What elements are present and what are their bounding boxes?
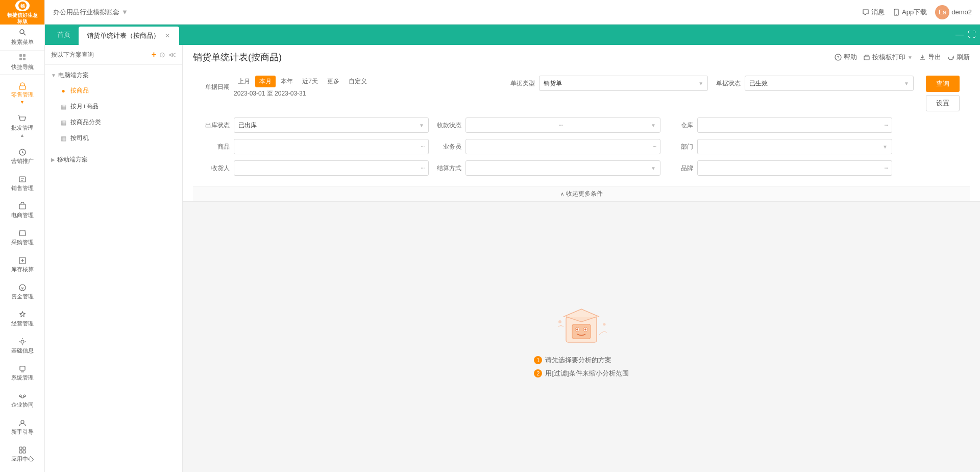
filter-doc-status: 单据状态 已生效 ▼ — [714, 76, 914, 91]
stock-status-label: 出库状态 — [203, 121, 230, 130]
tip-num-1: 1 — [534, 356, 542, 364]
query-button[interactable]: 查询 — [926, 76, 960, 92]
app-subtitle-label: 标版 — [17, 18, 28, 25]
sidebar-cooperation-label: 企业协同 — [11, 401, 34, 409]
sidebar-operation-label: 经营管理 — [11, 320, 34, 327]
date-tab-custom[interactable]: 自定义 — [345, 76, 371, 87]
svg-point-35 — [558, 320, 561, 323]
date-tab-7days[interactable]: 近7天 — [298, 76, 322, 87]
svg-rect-6 — [19, 58, 22, 60]
sidebar-item-tutorial[interactable]: 新手引导 — [0, 414, 44, 441]
sidebar-item-basic[interactable]: 基础信息 — [0, 333, 44, 360]
department-control[interactable]: ▼ — [697, 139, 892, 154]
export-button[interactable]: 导出 — [919, 53, 941, 62]
doc-status-control[interactable]: 已生效 ▼ — [745, 76, 914, 91]
user-profile-action[interactable]: Ea demo2 — [935, 5, 972, 19]
scheme-item-by-month-label: 按月+商品 — [70, 102, 99, 111]
scheme-group-pc-arrow: ▼ — [51, 73, 56, 78]
sidebar-item-wechat[interactable]: 企业微信 — [0, 468, 44, 472]
svg-rect-28 — [864, 56, 869, 60]
export-label: 导出 — [928, 53, 941, 62]
scheme-group-mobile-header[interactable]: ▶ 移动端方案 — [45, 152, 182, 167]
messages-label: 消息 — [871, 8, 885, 17]
sidebar-item-cooperation[interactable]: 企业协同 — [0, 387, 44, 414]
svg-rect-30 — [572, 324, 591, 339]
page-title-row: 销货单统计表(按商品) ? 帮助 按模板打印 ▼ — [193, 51, 970, 63]
filter-receiver: 收货人 ··· — [203, 160, 429, 176]
tab-sales-stat[interactable]: 销货单统计表（按商品） ✕ — [79, 27, 179, 45]
sidebar-item-appstore[interactable]: 应用中心 — [0, 441, 44, 468]
date-tab-this-month[interactable]: 本月 — [255, 76, 276, 87]
filter-stock-status: 出库状态 已出库 ▼ — [203, 117, 429, 133]
receiver-control[interactable]: ··· — [234, 160, 429, 176]
sidebar: 畅 畅捷信好生意 标版 搜索菜单 快捷导航 零售管理 ▼ 批发管理 ▲ 营销推广… — [0, 0, 45, 472]
sidebar-marketing-label: 营销推广 — [11, 157, 34, 165]
tab-minimize-icon[interactable]: — — [955, 30, 964, 39]
scheme-item-by-month-product[interactable]: ▦ 按月+商品 — [45, 99, 182, 114]
page-actions: ? 帮助 按模板打印 ▼ 导出 — [835, 53, 970, 62]
date-filter-label: 单据日期 — [203, 83, 230, 91]
tab-maximize-icon[interactable]: ⛶ — [968, 30, 976, 39]
scheme-collapse-icon[interactable]: ≪ — [168, 51, 176, 59]
help-button[interactable]: ? 帮助 — [835, 53, 857, 62]
filter-warehouse: 仓库 ··· — [667, 117, 892, 133]
scheme-settings-icon[interactable]: ⊙ — [159, 51, 165, 59]
scheme-company-icon: ▦ — [59, 135, 67, 142]
salesperson-control[interactable]: ··· — [465, 139, 660, 154]
doc-status-arrow-icon: ▼ — [904, 81, 909, 86]
sidebar-item-retail[interactable]: 零售管理 ▼ — [0, 77, 44, 110]
scheme-item-by-product-label: 按商品 — [70, 86, 89, 95]
sidebar-item-ecommerce[interactable]: 电商管理 — [0, 197, 44, 224]
collapse-label: 收起更多条件 — [566, 190, 603, 198]
sidebar-item-wholesale[interactable]: 批发管理 ▲ — [0, 110, 44, 143]
refresh-button[interactable]: 刷新 — [947, 53, 970, 62]
settlement-control[interactable]: ▼ — [465, 160, 660, 176]
warehouse-control[interactable]: ··· — [697, 117, 892, 133]
scheme-item-by-product[interactable]: ● 按商品 — [45, 83, 182, 99]
empty-illustration — [551, 296, 612, 347]
svg-text:¥: ¥ — [20, 286, 23, 291]
scheme-item-by-category[interactable]: ▦ 按商品分类 — [45, 114, 182, 130]
sidebar-item-purchase[interactable]: 采购管理 — [0, 224, 44, 251]
date-tab-this-year[interactable]: 本年 — [277, 76, 297, 87]
date-tab-last-month[interactable]: 上月 — [234, 76, 254, 87]
sidebar-item-finance[interactable]: ¥ 资金管理 — [0, 278, 44, 305]
collapse-bar[interactable]: ∧ 收起更多条件 — [193, 186, 970, 201]
sidebar-item-marketing[interactable]: 营销推广 — [0, 143, 44, 170]
print-button[interactable]: 按模板打印 ▼ — [863, 53, 913, 62]
search-label: 搜索菜单 — [2, 38, 42, 46]
filter-date: 单据日期 上月 本月 本年 近7天 更多 自定义 20 — [203, 76, 502, 98]
doc-type-label: 单据类型 — [508, 79, 535, 88]
refresh-label: 刷新 — [957, 53, 970, 62]
app-download-action[interactable]: App下载 — [893, 8, 927, 17]
sidebar-item-inventory[interactable]: 库存核算 — [0, 251, 44, 278]
quick-nav-item[interactable]: 快捷导航 — [0, 51, 44, 75]
topbar-dropdown-icon[interactable]: ▼ — [121, 8, 128, 16]
settings-button[interactable]: 设置 — [926, 95, 960, 111]
sidebar-item-sales[interactable]: 销售管理 — [0, 170, 44, 197]
product-control[interactable]: ··· — [234, 139, 429, 154]
avatar: Ea — [935, 5, 949, 19]
tab-sales-stat-label: 销货单统计表（按商品） — [87, 31, 160, 40]
tab-close-icon[interactable]: ✕ — [164, 31, 171, 40]
payment-status-control[interactable]: ··· ▼ — [465, 117, 660, 133]
scheme-group-pc-header[interactable]: ▼ 电脑端方案 — [45, 68, 182, 83]
topbar-title: 办公用品行业模拟账套 ▼ — [53, 8, 128, 17]
doc-status-label: 单据状态 — [714, 79, 741, 88]
tab-home[interactable]: 首页 — [49, 25, 79, 45]
salesperson-dots-icon: ··· — [652, 142, 656, 151]
brand-control[interactable]: ··· — [697, 160, 892, 176]
sidebar-item-operation[interactable]: 经营管理 — [0, 305, 44, 333]
search-menu-item[interactable]: 搜索菜单 — [0, 25, 44, 51]
doc-type-control[interactable]: 销货单 ▼ — [539, 76, 708, 91]
filter-department: 部门 ▼ — [667, 139, 892, 154]
scheme-item-by-company[interactable]: ▦ 按司机 — [45, 130, 182, 146]
export-icon — [919, 54, 926, 61]
messages-action[interactable]: 消息 — [862, 8, 885, 17]
scheme-panel: 按以下方案查询 + ⊙ ≪ ▼ 电脑端方案 ● 按商品 ▦ 按月 — [45, 45, 183, 472]
sidebar-item-system[interactable]: 系统管理 — [0, 360, 44, 387]
stock-status-control[interactable]: 已出库 ▼ — [234, 117, 429, 133]
scheme-add-icon[interactable]: + — [152, 50, 156, 59]
print-dropdown-icon[interactable]: ▼ — [908, 55, 913, 60]
date-tab-more[interactable]: 更多 — [323, 76, 344, 87]
